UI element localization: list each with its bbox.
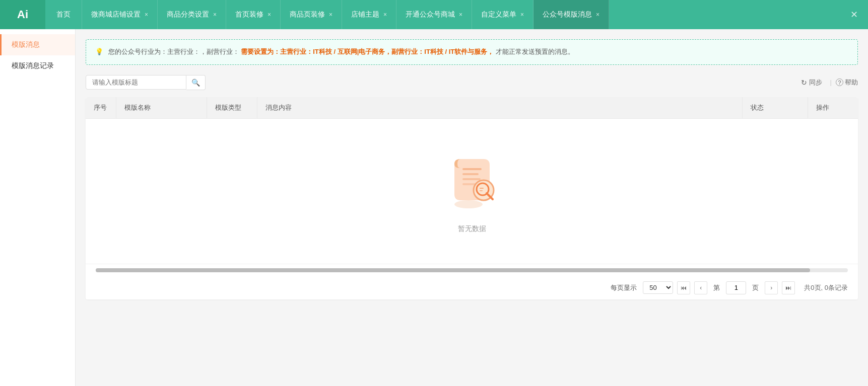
next-page-button[interactable]: › <box>765 281 778 294</box>
help-label: 帮助 <box>845 78 858 87</box>
svg-rect-1 <box>462 168 482 170</box>
close-all-button[interactable]: ✕ <box>840 9 868 20</box>
first-page-button[interactable]: ⏮ <box>677 281 690 294</box>
col-header-content: 消息内容 <box>257 97 742 119</box>
nav-tab-custom-menu[interactable]: 自定义菜单× <box>472 0 533 29</box>
scroll-thumb <box>96 268 810 272</box>
col-header-action: 操作 <box>808 97 858 119</box>
data-table: 序号模版名称模版类型消息内容状态操作 <box>86 97 858 264</box>
col-header-type: 模版类型 <box>207 97 257 119</box>
help-button[interactable]: ? 帮助 <box>836 78 858 87</box>
nav-tab-wechat-shop[interactable]: 微商城店铺设置× <box>82 0 158 29</box>
tab-close-category[interactable]: × <box>213 11 217 18</box>
top-nav: Ai 首页微商城店铺设置×商品分类设置×首页装修×商品页装修×店铺主题×开通公众… <box>0 0 868 29</box>
tab-close-template-msg[interactable]: × <box>596 11 599 18</box>
page-input[interactable] <box>726 281 746 294</box>
search-left: 🔍 <box>86 75 206 90</box>
empty-state: 暂无数据 <box>86 119 858 264</box>
table-header: 序号模版名称模版类型消息内容状态操作 <box>86 97 858 119</box>
table-body: 暂无数据 <box>86 118 858 264</box>
svg-rect-3 <box>462 178 481 180</box>
page-size-label: 每页显示 <box>611 283 637 292</box>
tab-close-wechat-shop[interactable]: × <box>145 11 148 18</box>
notice-suffix: 才能正常发送预置的消息。 <box>496 48 574 55</box>
search-button[interactable]: 🔍 <box>186 75 206 90</box>
nav-tab-template-msg[interactable]: 公众号模版消息× <box>533 0 609 29</box>
search-bar: 🔍 ↻ 同步 | ? 帮助 <box>86 75 858 90</box>
nav-tab-home-decor[interactable]: 首页装修× <box>226 0 281 29</box>
sidebar-items: 模版消息模版消息记录 <box>0 34 75 76</box>
search-icon: 🔍 <box>191 79 200 87</box>
col-header-status: 状态 <box>742 97 808 119</box>
col-header-index: 序号 <box>86 97 116 119</box>
scroll-track-outer <box>96 268 848 272</box>
page-label-pre: 第 <box>713 283 720 292</box>
nav-tabs: 首页微商城店铺设置×商品分类设置×首页装修×商品页装修×店铺主题×开通公众号商城… <box>45 0 840 29</box>
nav-tab-open-mall[interactable]: 开通公众号商城× <box>396 0 472 29</box>
table-wrapper: 序号模版名称模版类型消息内容状态操作 <box>86 97 858 299</box>
last-page-button[interactable]: ⏭ <box>782 281 795 294</box>
notice-box: 💡 您的公众号行业为：主营行业：，副营行业： 需要设置为：主营行业：IT科技 /… <box>86 39 858 65</box>
svg-point-0 <box>454 200 483 208</box>
search-input[interactable] <box>86 75 186 90</box>
content-area: 💡 您的公众号行业为：主营行业：，副营行业： 需要设置为：主营行业：IT科技 /… <box>76 29 868 386</box>
empty-row: 暂无数据 <box>86 118 858 264</box>
tab-close-home-decor[interactable]: × <box>268 11 271 18</box>
nav-tab-product-decor[interactable]: 商品页装修× <box>281 0 342 29</box>
tab-close-open-mall[interactable]: × <box>459 11 462 18</box>
tab-close-custom-menu[interactable]: × <box>520 11 524 18</box>
divider: | <box>830 79 832 86</box>
sync-label: 同步 <box>809 78 822 87</box>
prev-page-button[interactable]: ‹ <box>694 281 707 294</box>
notice-highlight: 需要设置为：主营行业：IT科技 / 互联网|电子商务，副营行业：IT科技 / I… <box>241 48 494 55</box>
sidebar: 模版消息模版消息记录 <box>0 29 76 386</box>
notice-icon: 💡 <box>95 48 103 55</box>
svg-rect-9 <box>480 190 483 191</box>
sidebar-item-template-message[interactable]: 模版消息 <box>0 34 75 55</box>
search-right: ↻ 同步 | ? 帮助 <box>801 78 858 87</box>
svg-rect-2 <box>462 173 479 175</box>
svg-rect-8 <box>480 188 484 189</box>
col-header-name: 模版名称 <box>116 97 207 119</box>
page-size-select[interactable]: 50 10 20 100 <box>643 281 673 294</box>
nav-tab-home[interactable]: 首页 <box>45 0 82 29</box>
page-label-suf: 页 <box>752 283 759 292</box>
sync-icon: ↻ <box>801 79 807 87</box>
sidebar-item-template-record[interactable]: 模版消息记录 <box>0 55 75 76</box>
empty-icon <box>439 149 505 214</box>
nav-tab-shop-theme[interactable]: 店铺主题× <box>342 0 396 29</box>
tab-close-product-decor[interactable]: × <box>329 11 332 18</box>
sync-button[interactable]: ↻ 同步 <box>801 78 822 87</box>
help-icon: ? <box>836 79 843 86</box>
pagination: 每页显示 50 10 20 100 ⏮ ‹ 第 页 › ⏭ 共0页, 0条记录 <box>86 276 858 299</box>
table-header-row: 序号模版名称模版类型消息内容状态操作 <box>86 97 858 119</box>
total-info: 共0页, 0条记录 <box>804 283 848 292</box>
tab-close-shop-theme[interactable]: × <box>383 11 387 18</box>
app-logo: Ai <box>0 0 45 29</box>
notice-prefix: 您的公众号行业为：主营行业：，副营行业： <box>108 48 239 55</box>
nav-tab-category[interactable]: 商品分类设置× <box>158 0 226 29</box>
horizontal-scrollbar[interactable] <box>86 264 858 276</box>
main-layout: 模版消息模版消息记录 💡 您的公众号行业为：主营行业：，副营行业： 需要设置为：… <box>0 29 868 386</box>
empty-state-text: 暂无数据 <box>458 224 486 234</box>
